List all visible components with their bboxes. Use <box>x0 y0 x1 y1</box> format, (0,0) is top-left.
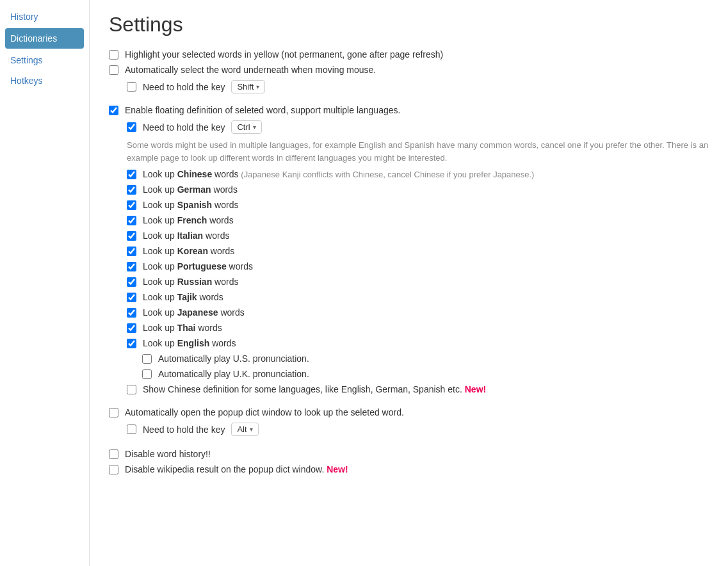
hold-key-shift-label[interactable]: Need to hold the key <box>143 82 225 92</box>
shift-key-value: Shift <box>237 82 254 92</box>
lang-chinese-checkbox[interactable] <box>127 170 136 179</box>
disable-wikipedia-checkbox[interactable] <box>109 465 118 474</box>
lang-thai-label[interactable]: Look up Thai words <box>143 323 222 333</box>
lang-french-label[interactable]: Look up French words <box>143 215 234 225</box>
floating-def-checkbox[interactable] <box>109 106 118 115</box>
sidebar-item-dictionaries[interactable]: Dictionaries <box>5 28 84 49</box>
lang-english-label[interactable]: Look up English words <box>143 338 236 348</box>
auto-popup-row: Automatically open the popup dict window… <box>109 407 709 417</box>
sidebar: History Dictionaries Settings Hotkeys <box>0 0 90 566</box>
auto-uk-label[interactable]: Automatically play U.K. pronunciation. <box>158 369 309 379</box>
main-content: Settings Highlight your selected words i… <box>90 0 728 566</box>
auto-uk-checkbox[interactable] <box>142 369 152 379</box>
lang-thai-checkbox[interactable] <box>127 323 136 333</box>
sidebar-item-history[interactable]: History <box>0 6 89 27</box>
lang-korean-label[interactable]: Look up Korean words <box>143 246 234 256</box>
alt-key-dropdown[interactable]: Alt ▾ <box>231 423 258 436</box>
ctrl-dropdown-arrow: ▾ <box>253 124 256 131</box>
disable-history-label[interactable]: Disable word history!! <box>125 449 211 459</box>
hold-key-ctrl-row: Need to hold the key Ctrl ▾ <box>127 120 709 134</box>
lang-german-checkbox[interactable] <box>127 185 136 195</box>
lang-portuguese-label[interactable]: Look up Portuguese words <box>143 261 253 271</box>
lang-spanish-checkbox[interactable] <box>127 200 136 210</box>
shift-key-checkbox[interactable] <box>127 82 136 92</box>
sidebar-item-settings[interactable]: Settings <box>0 50 89 70</box>
show-chinese-def-label[interactable]: Show Chinese definition for some languag… <box>143 384 486 394</box>
page-title: Settings <box>109 13 709 36</box>
lang-russian-label[interactable]: Look up Russian words <box>143 277 238 287</box>
floating-def-row: Enable floating definition of seleted wo… <box>109 105 709 115</box>
hold-key-shift-row: Need to hold the key Shift ▾ <box>127 80 709 93</box>
lang-german-label[interactable]: Look up German words <box>143 184 238 195</box>
alt-key-checkbox[interactable] <box>127 424 136 434</box>
info-text: Some words might be used in multiple lan… <box>127 139 709 164</box>
hold-key-alt-row: Need to hold the key Alt ▾ <box>127 423 709 436</box>
auto-popup-section: Automatically open the popup dict window… <box>109 407 709 436</box>
auto-select-section: Automatically select the word underneath… <box>109 65 709 93</box>
lang-tajik-label[interactable]: Look up Tajik words <box>143 292 223 302</box>
lang-chinese-label[interactable]: Look up Chinese words (Japanese Kanji co… <box>143 169 534 179</box>
auto-popup-label[interactable]: Automatically open the popup dict window… <box>125 407 404 417</box>
lang-japanese-label[interactable]: Look up Japanese words <box>143 307 245 318</box>
show-chinese-def-checkbox[interactable] <box>127 385 136 394</box>
lang-thai-row: Look up Thai words <box>127 323 709 333</box>
hold-key-alt-label[interactable]: Need to hold the key <box>143 424 225 435</box>
lang-english-row: Look up English words <box>127 338 709 348</box>
disable-wikipedia-label[interactable]: Disable wikipedia result on the popup di… <box>125 464 348 474</box>
lang-korean-row: Look up Korean words <box>127 246 709 256</box>
highlight-section: Highlight your selected words in yellow … <box>109 49 709 60</box>
lang-russian-row: Look up Russian words <box>127 277 709 287</box>
auto-us-checkbox[interactable] <box>142 354 152 364</box>
alt-dropdown-arrow: ▾ <box>250 426 253 433</box>
lang-italian-label[interactable]: Look up Italian words <box>143 230 229 241</box>
disable-wikipedia-row: Disable wikipedia result on the popup di… <box>109 464 709 474</box>
lang-japanese-row: Look up Japanese words <box>127 307 709 318</box>
hold-key-ctrl-label[interactable]: Need to hold the key <box>143 122 225 133</box>
lang-korean-checkbox[interactable] <box>127 247 136 256</box>
ctrl-key-checkbox[interactable] <box>127 122 136 132</box>
shift-dropdown-arrow: ▾ <box>256 83 259 90</box>
lang-chinese-row: Look up Chinese words (Japanese Kanji co… <box>127 169 709 179</box>
lang-spanish-row: Look up Spanish words <box>127 200 709 210</box>
shift-key-dropdown[interactable]: Shift ▾ <box>231 80 265 93</box>
disable-history-checkbox[interactable] <box>109 449 118 459</box>
chinese-def-new-badge: New! <box>465 384 486 394</box>
ctrl-key-dropdown[interactable]: Ctrl ▾ <box>231 120 261 134</box>
lang-italian-row: Look up Italian words <box>127 230 709 241</box>
lang-french-checkbox[interactable] <box>127 216 136 225</box>
lang-tajik-row: Look up Tajik words <box>127 292 709 302</box>
ctrl-key-value: Ctrl <box>237 122 250 132</box>
highlight-label[interactable]: Highlight your selected words in yellow … <box>125 49 443 60</box>
floating-def-section: Enable floating definition of seleted wo… <box>109 105 709 394</box>
lang-english-checkbox[interactable] <box>127 339 136 348</box>
auto-uk-row: Automatically play U.K. pronunciation. <box>142 369 709 379</box>
auto-select-row: Automatically select the word underneath… <box>109 65 709 75</box>
lang-portuguese-checkbox[interactable] <box>127 262 136 271</box>
auto-popup-checkbox[interactable] <box>109 408 118 417</box>
disable-history-section: Disable word history!! Disable wikipedia… <box>109 449 709 474</box>
sidebar-item-hotkeys[interactable]: Hotkeys <box>0 70 89 91</box>
lang-spanish-label[interactable]: Look up Spanish words <box>143 200 238 210</box>
lang-french-row: Look up French words <box>127 215 709 225</box>
wikipedia-new-badge: New! <box>327 464 348 474</box>
auto-select-label[interactable]: Automatically select the word underneath… <box>125 65 376 75</box>
disable-history-row: Disable word history!! <box>109 449 709 459</box>
lang-german-row: Look up German words <box>127 184 709 195</box>
lang-japanese-checkbox[interactable] <box>127 308 136 318</box>
lang-italian-checkbox[interactable] <box>127 231 136 241</box>
alt-key-value: Alt <box>237 424 247 434</box>
auto-us-label[interactable]: Automatically play U.S. pronunciation. <box>158 353 309 364</box>
show-chinese-def-row: Show Chinese definition for some languag… <box>127 384 709 394</box>
lang-russian-checkbox[interactable] <box>127 277 136 287</box>
auto-us-row: Automatically play U.S. pronunciation. <box>142 353 709 364</box>
lang-portuguese-row: Look up Portuguese words <box>127 261 709 271</box>
auto-select-checkbox[interactable] <box>109 65 118 75</box>
floating-def-label[interactable]: Enable floating definition of seleted wo… <box>125 105 400 115</box>
highlight-checkbox[interactable] <box>109 50 118 60</box>
lang-tajik-checkbox[interactable] <box>127 293 136 302</box>
